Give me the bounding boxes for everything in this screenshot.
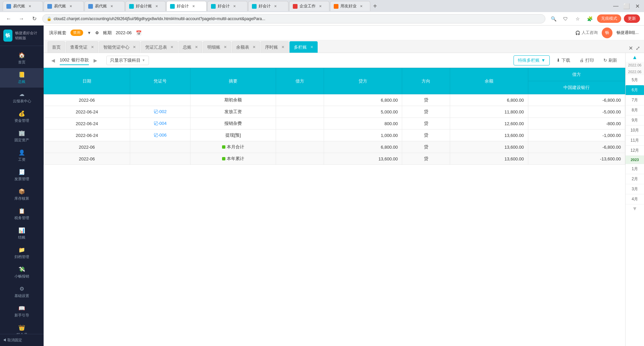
page-tab-general-ledger[interactable]: 总账 ✕ [178,41,202,53]
page-tab-detail[interactable]: 明细账 ✕ [203,41,231,53]
collapse-icon[interactable]: ✕ [629,45,633,51]
download-button[interactable]: ⬇ 下载 [554,56,573,65]
date-month-10[interactable]: 10月 [626,126,644,136]
close-button[interactable]: ✕ [633,2,641,10]
sidebar-item-tax[interactable]: 📋 税务管理 [0,204,44,224]
back-button[interactable]: ← [4,14,13,23]
scroll-up-button[interactable]: ▲ [626,53,644,62]
tab-close-2[interactable]: ✕ [69,4,72,8]
page-tab-multi-column[interactable]: 多栏账 ✕ [289,41,318,53]
print-button[interactable]: 🖨 打印 [577,56,597,65]
sidebar-item-expense[interactable]: 💸 小畅报销 [0,263,44,282]
sidebar-item-inventory[interactable]: 📦 库存核算 [0,185,44,204]
prev-account-button[interactable]: ◀ [49,56,57,64]
tab-close-9[interactable]: ✕ [360,4,363,8]
page-tab-summary[interactable]: 凭证汇总表 ✕ [141,41,178,53]
page-tab-balance[interactable]: 余额表 ✕ [232,41,260,53]
period-value[interactable]: 2022-06 [116,30,132,35]
scroll-down-button[interactable]: ▼ [626,204,644,213]
tab-8[interactable]: 企业工作 ✕ [289,1,329,11]
tab-4[interactable]: 好会计账 ✕ [125,1,166,11]
calendar-icon[interactable]: 📅 [136,30,142,36]
page-tab-vouchers-close[interactable]: ✕ [91,45,94,49]
date-month-6[interactable]: 6月 [626,85,644,95]
cell-voucher-link[interactable]: 记-002 [130,106,190,118]
user-name[interactable]: 畅捷通B组... [616,30,639,36]
minimize-button[interactable]: — [612,2,620,10]
tab-7[interactable]: 好会计 ✕ [248,1,288,11]
tab-close-6[interactable]: ✕ [233,4,236,8]
tab-close-8[interactable]: ✕ [319,4,322,8]
tab-close-5[interactable]: ✕ [192,4,195,8]
date-month-8[interactable]: 8月 [626,105,644,115]
user-avatar[interactable]: 畅 [602,28,612,38]
tab-2[interactable]: 易代账 ✕ [44,1,84,11]
filter-button[interactable]: 只显示下级科目 ▼ [106,56,149,65]
tab-5[interactable]: 好会计 ✕ [166,1,207,11]
sidebar-collapse-button[interactable]: ◀ 取消固定 [0,334,44,346]
tab-close-3[interactable]: ✕ [110,4,113,8]
reload-button[interactable]: ↻ [30,14,39,23]
sidebar-item-member[interactable]: 👑 畅会员 [0,321,44,334]
search-icon[interactable]: 🔍 [549,14,558,23]
special-ledger-button[interactable]: 特殊多栏账 ▼ [514,55,550,65]
sidebar-item-reports[interactable]: ☁ 云报表中心 [0,88,44,107]
next-account-button[interactable]: ▶ [92,56,100,64]
sidebar-item-guide[interactable]: 📖 新手引导 [0,302,44,321]
page-tab-vouchers[interactable]: 查看凭证 ✕ [66,41,98,53]
sidebar-item-home[interactable]: 🏠 首页 [0,49,44,68]
account-selector[interactable]: 1002 银行存款 [60,56,89,65]
page-tab-general-close[interactable]: ✕ [195,45,198,49]
sidebar-item-funds[interactable]: 💰 资金管理 [0,107,44,127]
update-button[interactable]: 更新 [624,14,640,23]
date-month-9[interactable]: 9月 [626,115,644,126]
tab-9[interactable]: 用友好业 ✕ [330,1,370,11]
sidebar-item-invoice[interactable]: 🧾 发票管理 [0,165,44,185]
date-2023-month-3[interactable]: 3月 [626,184,644,194]
page-tab-multi-close[interactable]: ✕ [310,45,313,49]
account-settings-icon[interactable]: ⚙ [95,31,99,35]
forward-button[interactable]: → [17,14,26,23]
sidebar-item-settings[interactable]: ⚙ 基础设置 [0,282,44,302]
tab-close-1[interactable]: ✕ [29,4,31,8]
sidebar-item-ledger[interactable]: 📒 总账 [0,68,44,88]
tab-6[interactable]: 好会计 ✕ [207,1,248,11]
date-2023-month-1[interactable]: 1月 [626,164,644,174]
dropdown-arrow-icon[interactable]: ▼ [87,31,91,35]
date-month-11[interactable]: 11月 [626,136,644,146]
url-bar[interactable]: 🔒 cloud2.chanjet.com/accounting/uh26t264… [42,14,545,23]
shield-icon[interactable]: 🛡 [561,14,570,23]
cell-voucher-link[interactable]: 记-004 [130,118,190,130]
help-button[interactable]: 🎧 人工咨询 [575,30,598,36]
maximize-button[interactable]: ⬜ [623,2,631,10]
page-tab-sequence[interactable]: 序时账 ✕ [261,41,289,53]
date-2023-month-2[interactable]: 2月 [626,174,644,184]
extension-icon[interactable]: 🧩 [585,14,594,23]
page-tab-smart-vouchers[interactable]: 智能凭证中心 ✕ [99,41,140,53]
page-tab-summary-close[interactable]: ✕ [170,45,173,49]
new-tab-button[interactable]: + [371,2,379,10]
date-month-5[interactable]: 5月 [626,75,644,85]
page-tab-balance-close[interactable]: ✕ [253,45,256,49]
incognito-button[interactable]: 无痕模式 [597,14,621,23]
refresh-button[interactable]: ↻ 刷新 [601,56,620,65]
page-tab-detail-close[interactable]: ✕ [224,45,227,49]
account-status-badge[interactable]: 禁用 [70,30,83,36]
tab-3[interactable]: 易代账 ✕ [85,1,125,11]
date-month-7[interactable]: 7月 [626,95,644,105]
star-icon[interactable]: ☆ [573,14,582,23]
tab-1[interactable]: 易代账 ✕ [3,1,43,11]
expand-icon[interactable]: ⤢ [636,45,640,51]
tab-close-4[interactable]: ✕ [155,4,158,8]
tab-close-7[interactable]: ✕ [274,4,277,8]
date-2023-month-4[interactable]: 4月 [626,194,644,204]
page-tab-home[interactable]: 首页 [48,41,65,53]
page-tab-sequence-close[interactable]: ✕ [281,45,284,49]
date-month-12[interactable]: 12月 [626,146,644,156]
page-tab-smart-close[interactable]: ✕ [133,45,136,49]
cell-voucher-link[interactable]: 记-006 [130,130,190,141]
sidebar-item-assets[interactable]: 🏢 固定资产 [0,127,44,146]
sidebar-item-salary[interactable]: 👤 工资 [0,146,44,165]
sidebar-item-archive[interactable]: 📁 归档管理 [0,243,44,263]
sidebar-item-close[interactable]: 📊 结账 [0,224,44,243]
